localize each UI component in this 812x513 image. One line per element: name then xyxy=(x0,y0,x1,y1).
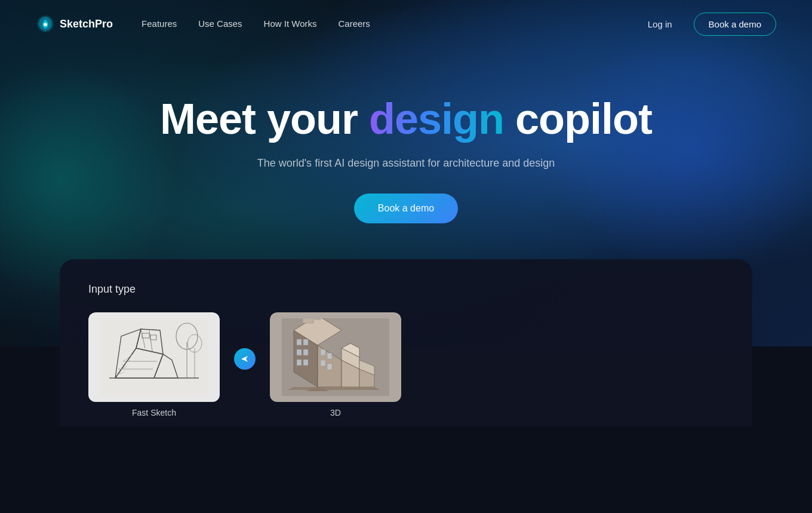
3d-label: 3D xyxy=(270,408,401,422)
arrow-container xyxy=(234,348,256,370)
svg-rect-44 xyxy=(315,318,321,320)
hero-title-part1: Meet your xyxy=(160,95,369,143)
fast-sketch-card[interactable]: Fast Sketch xyxy=(88,312,220,422)
nav-item-careers[interactable]: Careers xyxy=(339,19,370,29)
nav-item-use-cases[interactable]: Use Cases xyxy=(198,19,242,29)
logo-link[interactable]: SketchPro xyxy=(36,14,113,33)
nav-links: Features Use Cases How It Works Careers xyxy=(142,19,370,29)
sketch-building-svg xyxy=(100,318,208,396)
arrow-button[interactable] xyxy=(234,348,256,370)
nav-left: SketchPro Features Use Cases How It Work… xyxy=(36,14,370,33)
nav-item-how-it-works[interactable]: How It Works xyxy=(264,19,317,29)
navbar: SketchPro Features Use Cases How It Work… xyxy=(0,0,812,48)
hero-title: Meet your design copilot xyxy=(12,96,800,143)
nav-link-how-it-works[interactable]: How It Works xyxy=(264,19,317,29)
svg-rect-29 xyxy=(303,349,308,355)
svg-rect-35 xyxy=(327,364,332,370)
3d-image xyxy=(270,312,401,402)
svg-rect-32 xyxy=(321,349,325,355)
hero-title-part3: copilot xyxy=(504,95,652,143)
nav-item-features[interactable]: Features xyxy=(142,19,177,29)
svg-point-1 xyxy=(44,23,47,26)
fast-sketch-label: Fast Sketch xyxy=(88,408,220,422)
logo-icon xyxy=(36,14,55,33)
sketch-card-bg xyxy=(88,312,220,402)
hero-title-part2: design xyxy=(369,95,504,143)
login-button[interactable]: Log in xyxy=(638,14,682,34)
svg-rect-26 xyxy=(297,339,302,345)
svg-rect-27 xyxy=(303,339,308,345)
svg-marker-41 xyxy=(288,387,380,390)
input-type-label: Input type xyxy=(88,283,724,296)
hero-subtitle: The world's first AI design assistant fo… xyxy=(12,157,800,170)
svg-rect-28 xyxy=(297,349,302,355)
3d-card[interactable]: 3D xyxy=(270,312,401,422)
svg-rect-43 xyxy=(303,318,313,323)
send-icon xyxy=(240,354,250,364)
svg-rect-34 xyxy=(321,360,325,366)
3d-building-svg xyxy=(282,318,389,396)
nav-right: Log in Book a demo xyxy=(638,13,776,36)
3d-card-bg xyxy=(270,312,401,402)
book-demo-nav-button[interactable]: Book a demo xyxy=(694,13,776,36)
svg-rect-33 xyxy=(327,353,332,359)
hero-section: Meet your design copilot The world's fir… xyxy=(0,48,812,259)
brand-name: SketchPro xyxy=(60,18,113,30)
cards-row: Fast Sketch xyxy=(88,312,724,422)
svg-rect-30 xyxy=(297,360,302,365)
fast-sketch-image xyxy=(88,312,220,402)
nav-link-careers[interactable]: Careers xyxy=(339,19,370,29)
svg-rect-31 xyxy=(303,360,308,365)
book-demo-hero-button[interactable]: Book a demo xyxy=(354,193,458,223)
input-type-section: Input type xyxy=(60,259,752,426)
nav-link-use-cases[interactable]: Use Cases xyxy=(198,19,242,29)
nav-link-features[interactable]: Features xyxy=(142,19,177,29)
